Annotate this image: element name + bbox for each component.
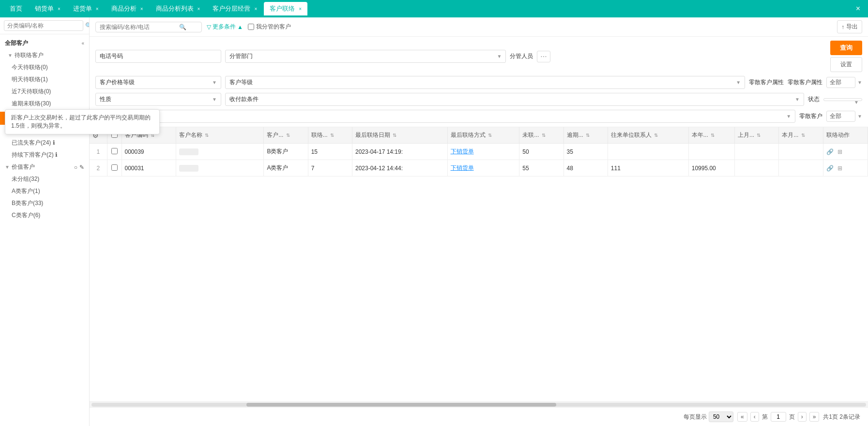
tab-customer-segment[interactable]: 客户分层经营 × (207, 2, 263, 15)
sidebar-item-ungroup[interactable]: 未分组(32) (0, 173, 89, 185)
pending-arrow: ▼ (8, 53, 13, 58)
tab-home[interactable]: 首页 (4, 2, 28, 15)
tab-purchase-close[interactable]: × (96, 6, 99, 12)
my-customers-checkbox[interactable] (248, 24, 254, 30)
sidebar-item-class-a[interactable]: A类客户(1) (0, 185, 89, 197)
col-contact-person-sort[interactable]: ⇅ (654, 132, 658, 138)
filter-row-1: 电话号码 分管部门 ▼ 分管人员 ··· 查询 设置 (95, 41, 862, 72)
filter-status-label-text: 状态 (808, 95, 820, 103)
col-last-date-sort[interactable]: ⇅ (393, 132, 396, 138)
filter-dept[interactable]: 分管部门 ▼ (225, 50, 506, 63)
page-next-btn[interactable]: › (798, 412, 807, 422)
col-this-month-sort[interactable]: ⇅ (801, 132, 805, 138)
filter-price-level[interactable]: 客户价格等级 ▼ (95, 76, 221, 89)
pending-title[interactable]: ▼ 待联络客户 (0, 49, 89, 61)
tab-customer-contact[interactable]: 客户联络 × (264, 2, 307, 15)
sidebar-item-keepdown[interactable]: 持续下滑客户(2) ℹ (0, 149, 89, 161)
col-type-sort[interactable]: ⇅ (286, 132, 290, 138)
col-last-method-label: 最后联络方式 (451, 132, 486, 138)
row1-action-link-icon[interactable]: 🔗 (826, 148, 834, 155)
col-uncontact-sort[interactable]: ⇅ (542, 132, 546, 138)
row2-action-grid-icon[interactable]: ⊞ (838, 165, 842, 172)
tab-sales[interactable]: 销货单 × (29, 2, 66, 15)
row1-overdue: 35 (563, 144, 608, 160)
value-customer-arrow: ▼ (5, 164, 10, 170)
pagination-footer: 每页显示 50 100 200 « ‹ 第 页 › » 共1页 2条记录 (90, 407, 868, 426)
filter-customer-type[interactable]: 客户类型 ▼ (105, 110, 795, 123)
table-row: 2 000031 A类客户 7 2023-04-12 14:44: 下销货单 (90, 160, 868, 176)
settings-button[interactable]: 设置 (830, 57, 862, 72)
page-end-label: 页 (789, 413, 795, 421)
sidebar-item-7days[interactable]: 近7天待联络(0) (0, 86, 89, 98)
filter-retail-customer-arrow[interactable]: ▼ (857, 114, 862, 119)
lost-info-icon: ℹ (53, 139, 55, 146)
tab-analysis-list-close[interactable]: × (198, 6, 200, 12)
filter-person-dots[interactable]: ··· (537, 51, 550, 62)
filter-retail-label: 零散客户属性 (749, 78, 784, 87)
sidebar-item-lost[interactable]: 已流失客户(24) ℹ (0, 137, 89, 149)
page-prev-btn[interactable]: ‹ (750, 412, 759, 422)
tab-analysis-close[interactable]: × (140, 6, 143, 12)
search-bar-icon[interactable]: 🔍 (179, 24, 186, 30)
filter-retail-label-text: 零散客户属性 (788, 78, 822, 87)
window-close-button[interactable]: × (852, 4, 864, 13)
search-input[interactable] (100, 24, 177, 30)
sidebar-search-icon[interactable]: 🔍 (85, 22, 90, 29)
export-button[interactable]: ↑ 导出 (837, 20, 862, 33)
col-contact-count-sort[interactable]: ⇅ (330, 132, 334, 138)
all-customers-header[interactable]: 全部客户 « (0, 37, 89, 49)
all-customers-label: 全部客户 (5, 39, 28, 47)
row2-last-method-link[interactable]: 下销货单 (451, 164, 474, 171)
col-overdue: 逾期... ⇅ (563, 127, 608, 144)
row1-last-month (735, 144, 779, 160)
value-customer-title[interactable]: ▼ 价值客户 ○ ✎ (0, 161, 89, 173)
col-last-month: 上月... ⇅ (735, 127, 779, 144)
more-conditions-btn[interactable]: ▽ 更多条件 ▲ (207, 23, 243, 31)
row1-action-grid-icon[interactable]: ⊞ (838, 148, 842, 155)
page-number-input[interactable] (771, 412, 786, 422)
tab-customer-segment-close[interactable]: × (254, 6, 257, 12)
customer-table: ⚙ 客户编码 ⇅ 客户名称 ⇅ (90, 127, 868, 176)
sidebar-search-input[interactable] (4, 20, 83, 31)
filter-phone[interactable]: 电话号码 (95, 50, 221, 63)
col-last-month-sort[interactable]: ⇅ (757, 132, 761, 138)
per-page-select[interactable]: 50 100 200 (709, 411, 733, 422)
scrollbar-thumb[interactable] (246, 403, 556, 407)
row2-select-checkbox[interactable] (111, 164, 118, 171)
tab-analysis-list[interactable]: 商品分析列表 × (150, 2, 206, 15)
value-customer-circle-icon[interactable]: ○ (74, 164, 77, 171)
page-first-btn[interactable]: « (737, 412, 747, 422)
sidebar-item-class-c[interactable]: C类客户(6) (0, 209, 89, 221)
sidebar-item-overdue[interactable]: 逾期未联络(30) (0, 98, 89, 110)
col-overdue-sort[interactable]: ⇅ (586, 132, 590, 138)
query-button[interactable]: 查询 (830, 41, 862, 55)
horizontal-scrollbar[interactable] (90, 401, 868, 407)
sidebar-item-tomorrow[interactable]: 明天待联络(1) (0, 73, 89, 86)
sidebar-item-class-b[interactable]: B类客户(33) (0, 197, 89, 209)
col-overdue-label: 逾期... (567, 132, 583, 138)
col-uncontact: 未联... ⇅ (519, 127, 563, 144)
tab-customer-contact-close[interactable]: × (299, 6, 302, 12)
content-area: 🔍 ▽ 更多条件 ▲ 我分管的客户 ↑ 导出 (90, 17, 868, 426)
sidebar-collapse-btn[interactable]: « (81, 41, 84, 46)
row2-action-link-icon[interactable]: 🔗 (826, 165, 834, 172)
filter-customer-level[interactable]: 客户等级 ▼ (225, 76, 745, 89)
tab-purchase[interactable]: 进货单 × (67, 2, 105, 15)
tab-sales-close[interactable]: × (58, 6, 61, 12)
value-customer-edit-icon[interactable]: ✎ (79, 164, 84, 171)
page-last-btn[interactable]: » (809, 412, 820, 422)
col-this-year-sort[interactable]: ⇅ (711, 132, 715, 138)
filter-payment[interactable]: 收付款条件 ▼ (225, 93, 804, 106)
col-last-method-sort[interactable]: ⇅ (488, 132, 492, 138)
filter-status-value[interactable]: ▼ (823, 98, 862, 101)
row1-last-method-link[interactable]: 下销货单 (451, 148, 474, 155)
filter-retail-arrow[interactable]: ▼ (857, 80, 862, 85)
table-row: 1 000039 B类客户 15 2023-04-17 14:19: 下销货单 (90, 144, 868, 160)
tab-analysis[interactable]: 商品分析 × (106, 2, 149, 15)
sidebar-item-today[interactable]: 今天待联络(0) (0, 61, 89, 73)
row1-last-method: 下销货单 (447, 144, 519, 160)
row2-last-date: 2023-04-12 14:44: (352, 160, 447, 176)
row1-select-checkbox[interactable] (111, 148, 118, 154)
filter-gender[interactable]: 性质 ▼ (95, 93, 221, 106)
col-name-sort[interactable]: ⇅ (205, 132, 209, 138)
